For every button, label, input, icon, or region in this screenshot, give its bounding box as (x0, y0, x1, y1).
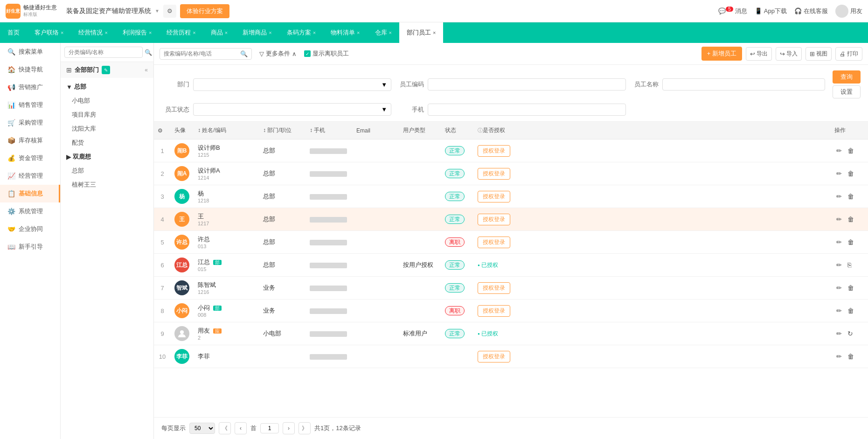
dept-tree-parent-zongbu[interactable]: ▼ 总部 (61, 80, 153, 94)
delete-btn[interactable]: 🗑 (846, 215, 856, 224)
nav-item-add-goods[interactable]: 新增商品 × (235, 22, 279, 43)
edit-btn[interactable]: ✏ (834, 146, 844, 155)
delete-btn[interactable]: 🗑 (846, 283, 856, 293)
sidebar-item-purchase[interactable]: 🛒 采购管理 (0, 114, 60, 132)
export-button[interactable]: ↩导出 (746, 47, 772, 61)
show-resigned-toggle[interactable]: ✓ 显示离职员工 (304, 49, 349, 58)
nav-item-barcode[interactable]: 条码方案 × (279, 22, 323, 43)
auth-login-btn[interactable]: 授权登录 (478, 351, 510, 362)
sidebar-item-business[interactable]: 📈 经营管理 (0, 167, 60, 185)
nav-item-goods[interactable]: 商品 × (203, 22, 235, 43)
nav-close-icon[interactable]: × (269, 30, 271, 35)
dept-tree-item-xiaodibu[interactable]: 小电部 (61, 94, 153, 108)
edit-btn[interactable]: ✏ (834, 352, 844, 361)
dept-select[interactable]: ▼ (193, 78, 391, 91)
nav-close-icon[interactable]: × (104, 30, 107, 35)
print-button[interactable]: 🖨打印 (835, 47, 862, 61)
th-dept[interactable]: ↕ 部门/职位 (259, 122, 306, 139)
nav-close-icon[interactable]: × (61, 30, 63, 35)
dept-tree-item-project[interactable]: 项目库房 (61, 108, 153, 122)
message-btn[interactable]: 💬 5 消息 (718, 7, 747, 15)
edit-btn[interactable]: ✏ (834, 215, 844, 224)
emp-name-input[interactable] (662, 78, 825, 91)
nav-item-profit[interactable]: 利润报告 × (115, 22, 159, 43)
nav-close-icon[interactable]: × (357, 30, 360, 35)
dept-tree-item-zongbu2[interactable]: 总部 (61, 164, 153, 178)
gear-icon[interactable]: ⚙ (163, 5, 176, 18)
nav-item-warehouse[interactable]: 仓库 × (368, 22, 399, 43)
delete-btn[interactable]: 🗑 (846, 169, 856, 178)
sidebar-item-search[interactable]: 🔍 搜索菜单 (0, 43, 60, 61)
query-button[interactable]: 查询 (833, 70, 861, 84)
auth-login-btn[interactable]: 授权登录 (478, 168, 510, 180)
sidebar-item-collab[interactable]: 🤝 企业协同 (0, 220, 60, 238)
sidebar-item-finance[interactable]: 💰 资金管理 (0, 149, 60, 167)
nav-close-active-icon[interactable]: × (433, 30, 436, 35)
nav-close-icon[interactable]: × (149, 30, 152, 35)
sidebar-item-inventory[interactable]: 📦 库存核算 (0, 132, 60, 149)
auth-login-btn[interactable]: 授权登录 (478, 237, 510, 248)
auth-login-btn[interactable]: 授权登录 (478, 145, 510, 157)
show-resigned-checkbox[interactable]: ✓ (304, 50, 311, 57)
sidebar-item-quicknav[interactable]: 🏠 快捷导航 (0, 61, 60, 78)
delete-btn[interactable]: 🗑 (846, 192, 856, 201)
add-employee-button[interactable]: + 新增员工 (701, 47, 742, 61)
set-button[interactable]: 设置 (833, 85, 861, 98)
import-button[interactable]: ↪导入 (776, 47, 802, 61)
delete-btn[interactable]: 🗑 (846, 352, 856, 361)
nav-item-home[interactable]: 首页 (0, 22, 27, 43)
online-support-btn[interactable]: 🎧 在线客服 (794, 7, 828, 15)
dept-tree-item-shenyang[interactable]: 沈阳大库 (61, 122, 153, 136)
system-dropdown-icon[interactable]: ▼ (155, 8, 160, 14)
auth-login-btn[interactable]: 授权登录 (478, 282, 510, 294)
auth-login-btn[interactable]: 授权登录 (478, 191, 510, 202)
copy-btn[interactable]: ⎘ (846, 260, 853, 270)
user-area[interactable]: 用友 (835, 5, 862, 18)
sidebar-item-basic[interactable]: 📋 基础信息 (0, 185, 60, 202)
dept-edit-btn[interactable]: ✎ (102, 66, 110, 74)
auth-login-btn[interactable]: 授权登录 (478, 305, 510, 317)
search-icon[interactable]: 🔍 (240, 50, 248, 57)
emp-status-select[interactable]: ▼ (193, 103, 391, 116)
nav-item-operation[interactable]: 经营情况 × (71, 22, 115, 43)
edit-btn[interactable]: ✏ (834, 283, 844, 293)
nav-close-icon[interactable]: × (225, 30, 228, 35)
dept-tree-parent-shuanglu[interactable]: ▶ 双鹿想 (61, 150, 153, 164)
first-page-btn[interactable]: 《 (219, 422, 231, 434)
th-settings[interactable]: ⚙ (154, 122, 171, 139)
sidebar-item-marketing[interactable]: 📢 营销推广 (0, 78, 60, 96)
nav-item-customer[interactable]: 客户联络 × (27, 22, 71, 43)
view-button[interactable]: ⊞视图 (806, 47, 832, 61)
employee-search-input[interactable] (164, 50, 238, 57)
delete-btn[interactable]: 🗑 (846, 146, 856, 155)
nav-item-employee[interactable]: 部门员工 × (399, 22, 443, 43)
app-download-btn[interactable]: 📱 App下载 (755, 7, 787, 15)
page-number-input[interactable] (260, 423, 279, 433)
dept-tree-item-distribution[interactable]: 配货 (61, 136, 153, 150)
sidebar-item-guide[interactable]: 📖 新手引导 (0, 238, 60, 256)
edit-btn[interactable]: ✏ (834, 306, 844, 315)
edit-btn[interactable]: ✏ (834, 192, 844, 201)
filter-more-btn[interactable]: ▽ 更多条件 ∧ (256, 48, 300, 60)
nav-close-icon[interactable]: × (193, 30, 195, 35)
edit-btn[interactable]: ✏ (834, 329, 844, 338)
dept-search-input[interactable] (64, 47, 143, 58)
th-phone[interactable]: ↕ 手机 (306, 122, 353, 139)
phone-input[interactable] (428, 104, 626, 116)
dept-tree-item-zhushuwang[interactable]: 植树王三 (61, 178, 153, 192)
sidebar-item-system[interactable]: ⚙️ 系统管理 (0, 202, 60, 220)
sidebar-item-sales[interactable]: 📊 销售管理 (0, 96, 60, 114)
nav-item-history[interactable]: 经营历程 × (159, 22, 203, 43)
dept-collapse-btn[interactable]: « (145, 67, 148, 73)
last-page-btn[interactable]: 》 (299, 422, 311, 434)
refresh-btn[interactable]: ↻ (846, 329, 855, 338)
edit-btn[interactable]: ✏ (834, 260, 844, 270)
emp-code-input[interactable] (428, 78, 626, 91)
nav-close-icon[interactable]: × (389, 30, 392, 35)
page-size-select[interactable]: 50 100 (189, 423, 215, 434)
nav-item-bom[interactable]: 物料清单 × (323, 22, 367, 43)
auth-login-btn[interactable]: 授权登录 (478, 214, 510, 225)
next-page-btn[interactable]: › (283, 422, 295, 434)
edit-btn[interactable]: ✏ (834, 237, 844, 247)
th-name[interactable]: ↕ 姓名/编码 (194, 122, 259, 139)
